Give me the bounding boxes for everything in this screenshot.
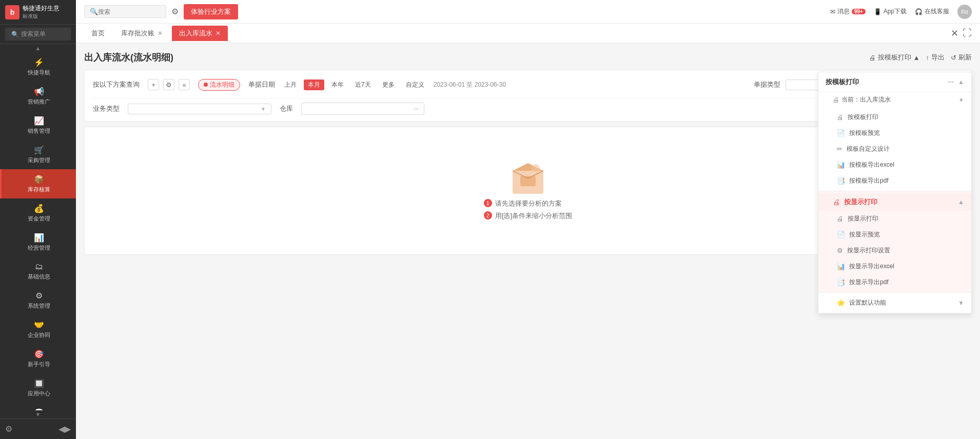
dropdown-section-display-header: 🖨 按显示打印 ▲ bbox=[818, 193, 971, 211]
star-icon: ⭐ bbox=[837, 299, 845, 307]
date-range-display: 2023-06-01 至 2023-06-30 bbox=[434, 81, 506, 89]
tab-inout-flow[interactable]: 出入库流水 ✕ bbox=[172, 26, 228, 41]
printer-icon: 🖨 bbox=[869, 54, 876, 62]
sidebar-item-wechat[interactable]: 💬 企业微信 bbox=[0, 403, 76, 410]
dropdown-collapse-button[interactable]: ▲ bbox=[958, 78, 964, 86]
sidebar-item-purchase[interactable]: 🛒 采购管理 bbox=[0, 140, 76, 169]
handshake-icon: 🤝 bbox=[34, 320, 44, 330]
date-option-prev-month[interactable]: 上月 bbox=[280, 79, 301, 90]
filter-collapse-button[interactable]: « bbox=[179, 79, 190, 90]
dropdown-section-settings: ⭐ 设置默认功能 ▼ bbox=[818, 293, 971, 313]
sidebar-collapse-btn[interactable]: ◀▶ bbox=[58, 424, 71, 434]
date-options: 上月 本月 本年 近7天 更多 自定义 bbox=[280, 79, 428, 90]
app-download-button[interactable]: 📱 App下载 bbox=[874, 7, 907, 16]
export-button[interactable]: ↑ 导出 bbox=[926, 53, 945, 62]
dropdown-item-template-export-excel[interactable]: 📊 按模板导出excel bbox=[818, 157, 971, 173]
excel-icon: 📊 bbox=[837, 263, 845, 270]
page-actions: 🖨 按模板打印 ▲ ↑ 导出 ↺ 刷新 bbox=[869, 53, 972, 62]
dropdown-item-set-default[interactable]: ⭐ 设置默认功能 ▼ bbox=[818, 295, 971, 311]
dropdown-section-template: 🖨 按模板打印 📄 按模板预览 ✏ 模板自定义设计 📊 按模板导出excel 📑 bbox=[818, 107, 971, 191]
search-input[interactable] bbox=[98, 8, 154, 15]
print-template-button[interactable]: 🖨 按模板打印 ▲ bbox=[869, 53, 920, 62]
tab-inout-flow-close[interactable]: ✕ bbox=[215, 30, 221, 37]
dropdown-item-template-print[interactable]: 🖨 按模板打印 bbox=[818, 109, 971, 125]
warehouse-select[interactable]: ··· bbox=[301, 103, 424, 115]
sidebar-scroll-down[interactable]: ▼ bbox=[0, 410, 76, 418]
dropdown-item-display-print[interactable]: 🖨 按显示打印 bbox=[818, 211, 971, 227]
sidebar-nav: ⚡ 快捷导航 📢 营销推广 📈 销售管理 🛒 采购管理 📦 库存核算 💰 资金管… bbox=[0, 52, 76, 410]
flash-icon: ⚡ bbox=[34, 57, 44, 67]
sidebar: b 畅捷通好生意 标准版 🔍 搜索菜单 ▲ ⚡ 快捷导航 📢 营销推广 📈 销售… bbox=[0, 0, 76, 439]
target-icon: 🎯 bbox=[34, 349, 44, 359]
plus-icon: + bbox=[151, 81, 155, 89]
sidebar-settings-btn[interactable]: ⚙ bbox=[5, 424, 12, 434]
topbar-gear-icon[interactable]: ⚙ bbox=[171, 7, 179, 16]
trial-industry-button[interactable]: 体验行业方案 bbox=[184, 4, 238, 19]
sidebar-item-system[interactable]: ⚙ 系统管理 bbox=[0, 286, 76, 315]
dropdown-item-display-print-settings[interactable]: ⚙ 按显示打印设置 bbox=[818, 243, 971, 258]
dropdown-item-display-preview[interactable]: 📄 按显示预览 bbox=[818, 227, 971, 243]
section-arrow-icon: ▲ bbox=[958, 198, 964, 206]
sidebar-search-button[interactable]: 🔍 搜索菜单 bbox=[5, 28, 71, 41]
tab-close-all-button[interactable]: ✕ bbox=[951, 28, 958, 39]
empty-tips: 1 请先选择要分析的方案 2 用[选]条件来缩小分析范围 bbox=[484, 199, 572, 224]
sidebar-item-operation[interactable]: 📊 经营管理 bbox=[0, 228, 76, 257]
sidebar-scroll-up[interactable]: ▲ bbox=[0, 44, 76, 52]
dropdown-item-template-export-pdf[interactable]: 📑 按模板导出pdf bbox=[818, 173, 971, 189]
warehouse-label: 仓库 bbox=[280, 104, 293, 113]
user-avatar-button[interactable]: Rit bbox=[957, 5, 972, 19]
date-option-custom[interactable]: 自定义 bbox=[402, 79, 428, 90]
filter-add-button[interactable]: + bbox=[148, 79, 159, 90]
excel-icon: 📊 bbox=[837, 161, 845, 169]
dropdown-item-display-export-excel[interactable]: 📊 按显示导出excel bbox=[818, 258, 971, 274]
page-content: 出入库流水(流水明细) 🖨 按模板打印 ▲ ↑ 导出 ↺ 刷新 bbox=[76, 43, 980, 439]
print-dropdown-panel: 按模板打印 ··· ▲ 🖨 当前：出入库流水 ▼ 🖨 按模板打印 📄 bbox=[818, 72, 972, 314]
tab-home[interactable]: 首页 bbox=[84, 26, 112, 41]
refresh-button[interactable]: ↺ 刷新 bbox=[951, 53, 972, 62]
business-type-select[interactable]: ▼ bbox=[128, 104, 271, 114]
sidebar-item-app-center[interactable]: 🔲 应用中心 bbox=[0, 373, 76, 403]
dropdown-item-template-custom[interactable]: ✏ 模板自定义设计 bbox=[818, 141, 971, 157]
settings-icon: ⚙ bbox=[166, 81, 172, 89]
sidebar-logo: b 畅捷通好生意 标准版 bbox=[0, 0, 76, 25]
empty-tip-2: 2 用[选]条件来缩小分析范围 bbox=[484, 211, 572, 221]
date-field-label: 单据日期 bbox=[248, 80, 275, 89]
dropdown-header: 按模板打印 ··· ▲ bbox=[818, 72, 971, 92]
chevron-up-icon: ▲ bbox=[913, 54, 920, 62]
current-arrow-icon: ▼ bbox=[958, 97, 964, 103]
tab-batch-account[interactable]: 库存批次账 ✕ bbox=[114, 26, 170, 41]
sidebar-item-finance[interactable]: 💰 资金管理 bbox=[0, 198, 76, 228]
dropdown-item-template-preview[interactable]: 📄 按模板预览 bbox=[818, 125, 971, 141]
headset-icon: 🎧 bbox=[915, 8, 923, 15]
printer-red-icon: 🖨 bbox=[833, 198, 840, 206]
grid-icon: 🔲 bbox=[34, 378, 44, 388]
empty-icon: ~ bbox=[507, 158, 548, 199]
filter-settings-button[interactable]: ⚙ bbox=[163, 79, 174, 90]
tab-batch-account-close[interactable]: ✕ bbox=[158, 30, 163, 37]
date-option-last-7-days[interactable]: 近7天 bbox=[351, 79, 375, 90]
topbar-search-box[interactable]: 🔍 bbox=[84, 5, 166, 18]
sidebar-item-quick-nav[interactable]: ⚡ 快捷导航 bbox=[0, 52, 76, 82]
sidebar-item-marketing[interactable]: 📢 营销推广 bbox=[0, 82, 76, 111]
dropdown-item-display-export-pdf[interactable]: 📑 按显示导出pdf bbox=[818, 274, 971, 290]
date-option-this-month[interactable]: 本月 bbox=[304, 79, 324, 90]
cart-icon: 🛒 bbox=[34, 145, 44, 155]
online-service-button[interactable]: 🎧 在线客服 bbox=[915, 7, 949, 16]
date-option-more[interactable]: 更多 bbox=[378, 79, 399, 90]
dropdown-more-button[interactable]: ··· bbox=[948, 78, 954, 86]
sidebar-item-basic[interactable]: 🗂 基础信息 bbox=[0, 257, 76, 286]
date-option-this-year[interactable]: 本年 bbox=[327, 79, 348, 90]
sidebar-item-enterprise[interactable]: 🤝 企业协同 bbox=[0, 315, 76, 344]
chevron-down-icon: ▼ bbox=[958, 300, 964, 307]
sidebar-item-inventory[interactable]: 📦 库存核算 bbox=[0, 169, 76, 198]
money-icon: 💰 bbox=[34, 204, 44, 213]
tabbar-actions: ✕ ⛶ bbox=[951, 28, 972, 39]
logo-text: 畅捷通好生意 标准版 bbox=[23, 5, 60, 19]
message-button[interactable]: ✉ 消息 99+ bbox=[830, 7, 866, 16]
sidebar-item-guide[interactable]: 🎯 新手引导 bbox=[0, 344, 76, 373]
sidebar-item-sales[interactable]: 📈 销售管理 bbox=[0, 111, 76, 140]
preview-icon: 📄 bbox=[837, 129, 845, 137]
message-badge: 99+ bbox=[852, 9, 866, 14]
sidebar-search-area[interactable]: 🔍 搜索菜单 bbox=[0, 25, 76, 44]
tab-maximize-button[interactable]: ⛶ bbox=[963, 28, 972, 39]
